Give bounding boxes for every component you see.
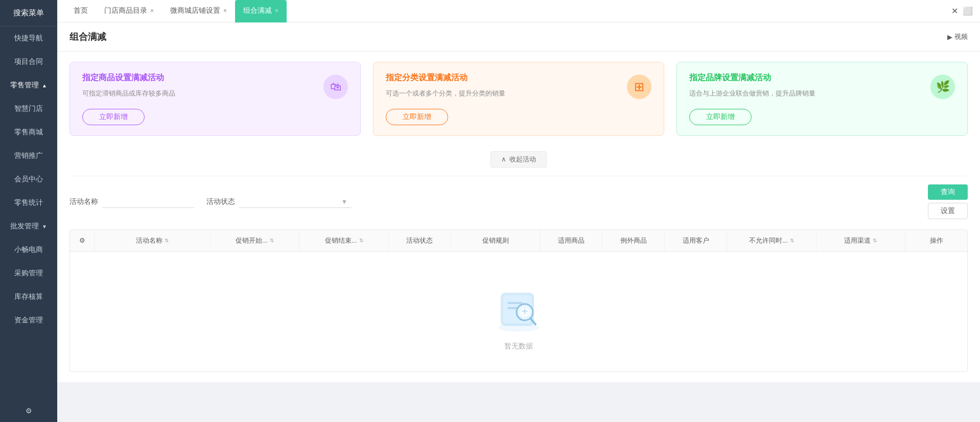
filter-row: 活动名称 活动状态 ▼ 查询 设置 xyxy=(69,176,968,225)
brand-card-title: 指定品牌设置满减活动 xyxy=(689,73,955,83)
sort-noallow-icon: ⇅ xyxy=(790,238,794,243)
gear-icon: ⚙ xyxy=(26,407,32,415)
th-noallow[interactable]: 不允许同时... ⇅ xyxy=(727,230,816,251)
th-customer: 适用客户 xyxy=(665,230,727,251)
sidebar-item-xiaochangec[interactable]: 小畅电商 xyxy=(0,238,57,262)
brand-card-add-btn[interactable]: 立即新增 xyxy=(689,109,752,125)
table-header: ⚙ 活动名称 ⇅ 促销开始... ⇅ 促销结束... ⇅ xyxy=(70,230,967,252)
product-card-add-btn[interactable]: 立即新增 xyxy=(82,109,145,125)
empty-state: 暂无数据 xyxy=(70,252,967,371)
window-maximize-btn[interactable]: ⬜ xyxy=(964,7,972,15)
th-name[interactable]: 活动名称 ⇅ xyxy=(95,230,211,251)
tab-wechat-setting-close[interactable]: × xyxy=(223,7,227,14)
wholesale-manage-arrow: ▼ xyxy=(42,224,47,229)
filter-status-wrapper: ▼ xyxy=(239,195,352,208)
content-area: 组合满减 ▶ 视频 🛍 指定商品设置满减活动 可指定滞销商品或库存较多商品 立即… xyxy=(57,22,980,382)
filter-status-item: 活动状态 ▼ xyxy=(206,195,352,208)
tab-store-catalog-close[interactable]: × xyxy=(150,7,154,14)
tab-wechat-store-setting[interactable]: 微商城店铺设置 × xyxy=(162,0,235,22)
filter-name-item: 活动名称 xyxy=(69,195,194,208)
th-status: 活动状态 xyxy=(389,230,451,251)
sort-name-icon: ⇅ xyxy=(165,238,169,243)
sidebar-search[interactable]: 搜索菜单 xyxy=(0,0,57,27)
sidebar-item-purchase-manage[interactable]: 采购管理 xyxy=(0,262,57,285)
page-title: 组合满减 xyxy=(69,31,106,43)
category-card-desc: 可选一个或者多个分类，提升分类的销量 xyxy=(386,88,651,99)
filter-name-label: 活动名称 xyxy=(69,197,98,206)
th-end[interactable]: 促销结束... ⇅ xyxy=(299,230,388,251)
th-except-goods: 例外商品 xyxy=(602,230,665,251)
page-content: 组合满减 ▶ 视频 🛍 指定商品设置满减活动 可指定滞销商品或库存较多商品 立即… xyxy=(57,22,980,422)
sort-channel-icon: ⇅ xyxy=(873,238,877,243)
th-goods: 适用商品 xyxy=(540,230,602,251)
sidebar-item-member-center[interactable]: 会员中心 xyxy=(0,168,57,191)
tab-combo-discount-close[interactable]: × xyxy=(275,7,278,14)
main-area: 首页 门店商品目录 × 微商城店铺设置 × 组合满减 × ✕ ⬜ 组合满减 ▶ xyxy=(57,0,980,422)
sidebar-item-smart-store[interactable]: 智慧门店 xyxy=(0,97,57,121)
tab-home[interactable]: 首页 xyxy=(65,0,96,22)
setting-button[interactable]: 设置 xyxy=(928,203,968,219)
product-card: 🛍 指定商品设置满减活动 可指定滞销商品或库存较多商品 立即新增 xyxy=(69,62,361,136)
th-action: 操作 xyxy=(905,230,967,251)
collapse-label: 收起活动 xyxy=(509,155,536,164)
data-table: ⚙ 活动名称 ⇅ 促销开始... ⇅ 促销结束... ⇅ xyxy=(69,229,968,372)
video-link[interactable]: ▶ 视频 xyxy=(947,32,968,41)
sidebar-item-quick-nav[interactable]: 快捷导航 xyxy=(0,27,57,50)
sidebar-item-retail-mall[interactable]: 零售商城 xyxy=(0,121,57,144)
product-card-icon: 🛍 xyxy=(323,75,348,99)
collapse-bar: ∧ 收起活动 xyxy=(69,146,968,176)
filter-status-select[interactable] xyxy=(239,195,352,208)
play-icon: ▶ xyxy=(947,33,952,41)
category-card-add-btn[interactable]: 立即新增 xyxy=(386,109,448,125)
sort-start-icon: ⇅ xyxy=(270,238,274,243)
brand-card-desc: 适合与上游企业联合做营销，提升品牌销量 xyxy=(689,88,955,99)
sidebar-item-marketing[interactable]: 营销推广 xyxy=(0,144,57,168)
category-card-title: 指定分类设置满减活动 xyxy=(386,73,651,83)
collapse-button[interactable]: ∧ 收起活动 xyxy=(491,151,547,168)
sidebar: 搜索菜单 快捷导航 项目合同 零售管理 ▲ 智慧门店 零售商城 营销推广 会员中… xyxy=(0,0,57,422)
brand-card-icon: 🌿 xyxy=(930,75,955,99)
sidebar-item-finance[interactable]: 资金管理 xyxy=(0,309,57,332)
window-close-btn[interactable]: ✕ xyxy=(950,7,959,15)
th-channel[interactable]: 适用渠道 ⇅ xyxy=(816,230,905,251)
activity-cards: 🛍 指定商品设置满减活动 可指定滞销商品或库存较多商品 立即新增 ⊞ 指定分类设… xyxy=(69,62,968,136)
sidebar-item-inventory[interactable]: 库存核算 xyxy=(0,285,57,309)
filter-status-label: 活动状态 xyxy=(206,197,235,206)
sidebar-item-retail-manage[interactable]: 零售管理 ▲ xyxy=(0,74,57,97)
th-start[interactable]: 促销开始... ⇅ xyxy=(211,230,299,251)
product-card-desc: 可指定滞销商品或库存较多商品 xyxy=(82,88,348,99)
retail-manage-arrow: ▲ xyxy=(42,83,47,88)
category-card-icon: ⊞ xyxy=(627,75,651,99)
tab-store-catalog[interactable]: 门店商品目录 × xyxy=(96,0,162,22)
table-gear-icon: ⚙ xyxy=(79,237,85,244)
th-gear[interactable]: ⚙ xyxy=(70,230,95,251)
brand-card: 🌿 指定品牌设置满减活动 适合与上游企业联合做营销，提升品牌销量 立即新增 xyxy=(676,62,968,136)
empty-illustration xyxy=(488,283,549,334)
collapse-icon: ∧ xyxy=(501,155,506,163)
tab-combo-discount[interactable]: 组合满减 × xyxy=(235,0,287,22)
tab-bar: 首页 门店商品目录 × 微商城店铺设置 × 组合满减 × ✕ ⬜ xyxy=(57,0,980,22)
category-card: ⊞ 指定分类设置满减活动 可选一个或者多个分类，提升分类的销量 立即新增 xyxy=(373,62,664,136)
page-header: 组合满减 ▶ 视频 xyxy=(57,22,980,52)
window-controls: ✕ ⬜ xyxy=(950,7,972,15)
sidebar-item-project-contract[interactable]: 项目合同 xyxy=(0,50,57,74)
sort-end-icon: ⇅ xyxy=(359,238,363,243)
sidebar-settings[interactable]: ⚙ xyxy=(0,400,57,422)
product-card-title: 指定商品设置满减活动 xyxy=(82,73,348,83)
sidebar-item-retail-stats[interactable]: 零售统计 xyxy=(0,191,57,215)
svg-rect-3 xyxy=(507,302,523,304)
empty-text: 暂无数据 xyxy=(504,342,533,351)
query-button[interactable]: 查询 xyxy=(928,184,968,200)
filter-name-input[interactable] xyxy=(102,195,194,208)
th-rule: 促销规则 xyxy=(451,230,540,251)
sidebar-item-wholesale-manage[interactable]: 批发管理 ▼ xyxy=(0,215,57,238)
filter-actions: 查询 设置 xyxy=(928,184,968,219)
